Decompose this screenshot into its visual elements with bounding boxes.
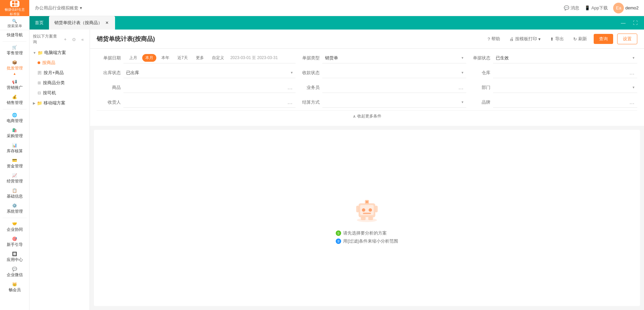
logo-subtext: 标准版: [10, 12, 20, 16]
date-btn-this-year[interactable]: 本年: [158, 54, 172, 62]
message-icon: 💬: [564, 5, 569, 10]
date-btn-more[interactable]: 更多: [193, 54, 207, 62]
user-avatar: Ea: [613, 3, 624, 13]
sidebar-search-menu[interactable]: 🔍 搜索菜单: [0, 16, 29, 30]
sidebar-item-newbie[interactable]: 🎯 新手引导: [0, 235, 29, 250]
help-icon: ?: [488, 37, 490, 42]
goods-filter-field[interactable]: …: [123, 82, 296, 93]
sidebar-item-ecommerce[interactable]: 🌐 电商管理: [0, 111, 29, 126]
dept-dropdown-icon: ▾: [633, 85, 635, 90]
tree-item-by-goods[interactable]: 按商品: [30, 58, 90, 68]
topbar-title[interactable]: 办公用品行业模拟账套 ▾: [35, 5, 82, 11]
refresh-label: 刷新: [578, 36, 587, 42]
sidebar-item-operations[interactable]: 📈 经营管理: [0, 171, 29, 186]
receipt-filter-field[interactable]: ▾: [322, 67, 467, 78]
collapse-up-icon: ∧: [353, 114, 356, 119]
date-btn-custom[interactable]: 自定义: [209, 54, 227, 62]
tab-minimize-btn[interactable]: —: [619, 18, 628, 28]
tab-sales-report[interactable]: 销货单统计表（按商品） ✕: [49, 16, 115, 30]
salesperson-dots-icon[interactable]: …: [458, 85, 464, 91]
vip-label: 畅会员: [9, 287, 21, 293]
tab-close-icon[interactable]: ✕: [104, 20, 110, 25]
stock-label: 出库状态: [97, 70, 123, 76]
tree-item-by-category[interactable]: ⊞ 按商品分类: [30, 78, 90, 88]
date-btn-7days[interactable]: 近7天: [174, 54, 191, 62]
brand-filter-field[interactable]: …: [493, 97, 637, 108]
tree-item-by-month-goods[interactable]: 囲 按月+商品: [30, 68, 90, 78]
refresh-icon: ↻: [573, 37, 577, 42]
refresh-scheme-btn[interactable]: ⊙: [70, 36, 77, 43]
receiver-label: 收货人: [97, 99, 123, 105]
collapse-panel-btn[interactable]: «: [79, 36, 86, 43]
sidebar-item-basic[interactable]: 📋 基础信息: [0, 186, 29, 201]
receiver-filter-field[interactable]: …: [123, 97, 296, 108]
tab-home[interactable]: 首页: [30, 16, 49, 30]
refresh-btn[interactable]: ↻ 刷新: [571, 35, 590, 43]
sidebar-item-system[interactable]: ⚙️ 系统管理: [0, 201, 29, 216]
topbar-right: 💬 消息 📱 App下载 Ea demo2: [564, 3, 639, 13]
sidebar-item-vip[interactable]: 👑 畅会员: [0, 280, 29, 295]
retail-label: 零售管理: [7, 50, 23, 56]
tab-sales-report-label: 销货单统计表（按商品）: [54, 20, 102, 26]
sidebar-item-app-center[interactable]: 🔲 应用中心: [0, 250, 29, 265]
app-download-btn[interactable]: 📱 App下载: [585, 5, 608, 11]
finance-label: 资金管理: [7, 163, 23, 169]
sidebar-item-finance[interactable]: 💳 资金管理: [0, 156, 29, 171]
query-btn[interactable]: 查询: [594, 34, 613, 44]
app-center-label: 应用中心: [7, 257, 23, 263]
page-header: 销货单统计表(按商品) ? 帮助 🖨 按模板打印 ▾ ⬆: [90, 30, 644, 49]
sidebar-item-purchase[interactable]: 🛍️ 采购管理: [0, 126, 29, 141]
sidebar-item-marketing[interactable]: 📢 营销推广: [0, 78, 29, 93]
sidebar-item-wholesale[interactable]: 📦 批发管理 ▲: [0, 58, 29, 78]
print-btn[interactable]: 🖨 按模板打印 ▾: [507, 35, 543, 43]
receiver-dots-icon[interactable]: …: [287, 99, 293, 105]
vip-icon: 👑: [12, 282, 17, 287]
tip-2-label: 用[过滤]条件来缩小分析范围: [343, 238, 398, 244]
salesperson-filter-field[interactable]: …: [322, 82, 467, 93]
page-actions: ? 帮助 🖨 按模板打印 ▾ ⬆ 导出 ↻: [485, 34, 637, 44]
sidebar-item-retail[interactable]: 🛒 零售管理: [0, 43, 29, 58]
help-btn[interactable]: ? 帮助: [485, 35, 503, 43]
brand-dots-icon[interactable]: …: [629, 99, 635, 105]
inventory-icon: 📊: [12, 143, 17, 148]
tabbar-actions: — ⛶: [619, 18, 644, 28]
marketing-label: 营销推广: [7, 85, 23, 91]
goods-dots-icon[interactable]: …: [287, 85, 293, 91]
message-btn[interactable]: 💬 消息: [564, 5, 579, 11]
sidebar-item-quick-nav[interactable]: 快捷导航: [0, 30, 29, 40]
tip-dot-1: ①: [336, 230, 341, 236]
add-scheme-btn[interactable]: ＋: [61, 36, 69, 43]
warehouse-filter-field[interactable]: …: [493, 67, 637, 78]
payment-filter-field[interactable]: ▾: [322, 97, 467, 108]
sidebar-item-enterprise[interactable]: 🤝 企业协同: [0, 219, 29, 235]
dept-filter-field[interactable]: ▾: [493, 82, 637, 93]
collapse-btn[interactable]: ∧ 收起更多条件: [97, 110, 637, 122]
finance-icon: 💳: [12, 158, 17, 163]
status-filter-field[interactable]: 已生效 ▾: [493, 53, 637, 63]
newbie-label: 新手引导: [7, 242, 23, 248]
tab-home-label: 首页: [35, 20, 44, 26]
stock-filter-field[interactable]: 已出库 ▾: [123, 67, 296, 78]
empty-state: ① 请先选择要分析的方案 ② 用[过滤]条件来缩小分析范围: [94, 130, 640, 306]
tree-item-category-label: 按商品分类: [43, 80, 65, 86]
search-icon: 🔍: [2, 19, 27, 23]
svg-point-7: [362, 208, 365, 212]
svg-point-11: [366, 201, 368, 203]
tab-maximize-btn[interactable]: ⛶: [631, 18, 640, 28]
search-label: 搜索菜单: [2, 23, 27, 29]
tree-section-mobile[interactable]: ▶ 📁 移动端方案: [30, 98, 90, 108]
settings-btn[interactable]: 设置: [617, 34, 637, 44]
export-btn[interactable]: ⬆ 导出: [547, 35, 567, 43]
date-btn-last-month[interactable]: 上月: [126, 54, 140, 62]
sidebar-item-inventory[interactable]: 📊 库存核算: [0, 141, 29, 156]
tree-section-desktop[interactable]: ▼ 📁 电脑端方案: [30, 48, 90, 58]
type-filter-field[interactable]: 销货单 ▾: [322, 53, 467, 63]
warehouse-dots-icon[interactable]: …: [629, 70, 635, 76]
tree-item-by-driver[interactable]: ⊟ 按司机: [30, 88, 90, 98]
sidebar-item-enterprise-wechat[interactable]: 💬 企业微信: [0, 265, 29, 280]
left-panel: 按以下方案查询 ＋ ⊙ « ▼ 📁 电脑端方案: [30, 30, 90, 310]
sidebar-item-sales[interactable]: 💰 销售管理: [0, 93, 29, 108]
date-btn-this-month[interactable]: 本月: [142, 54, 156, 62]
user-btn[interactable]: Ea demo2: [613, 3, 639, 13]
filter-row-1: 单据日期 上月 本月 本年 近7天 更多 自定义 2023-03-01 至 20…: [97, 53, 637, 63]
